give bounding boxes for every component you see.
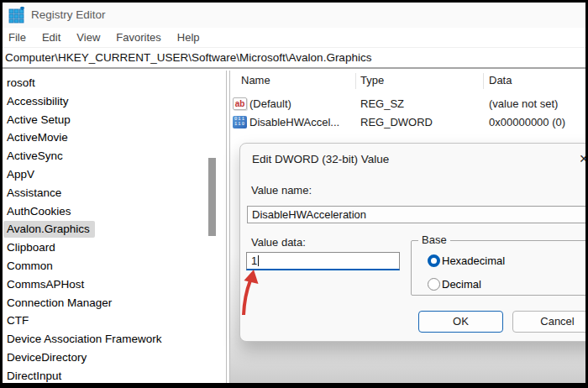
column-header-name[interactable]: Name bbox=[241, 74, 270, 87]
tree-item-label: Active Setup bbox=[5, 112, 76, 128]
tree-item-label: Common bbox=[5, 258, 58, 275]
reg-sz-string-icon: ab bbox=[233, 97, 247, 110]
value-data-cell: (value not set) bbox=[489, 97, 558, 110]
value-row-disablehwaccel[interactable]: 011 110 DisableHWAccel... REG_DWORD 0x00… bbox=[230, 113, 585, 132]
tree-item-common[interactable]: Common bbox=[3, 257, 226, 275]
radio-unselected-icon[interactable] bbox=[428, 278, 440, 291]
value-data-input[interactable]: 1 bbox=[246, 252, 400, 270]
dword-icon-digits: 110 bbox=[233, 122, 247, 127]
tree-item-label: AppV bbox=[5, 166, 39, 183]
value-name-cell: (Default) bbox=[249, 97, 291, 110]
tree-item-authcookies[interactable]: AuthCookies bbox=[3, 202, 226, 221]
column-divider[interactable] bbox=[355, 73, 356, 89]
tree-item-commsaphost[interactable]: CommsAPHost bbox=[3, 275, 226, 294]
value-type-cell: REG_SZ bbox=[360, 97, 404, 110]
menu-edit[interactable]: Edit bbox=[41, 29, 61, 45]
tree-item-clipboard[interactable]: Clipboard bbox=[3, 239, 226, 257]
menu-view[interactable]: View bbox=[76, 29, 101, 45]
hexadecimal-label: Hexadecimal bbox=[442, 254, 505, 267]
close-icon[interactable]: ✕ bbox=[575, 150, 585, 167]
tree-item-label: Accessibility bbox=[5, 93, 74, 110]
registry-grid-icon bbox=[8, 7, 25, 24]
tree-item-label: Device Association Framework bbox=[5, 331, 167, 348]
tree-item-rosoft[interactable]: rosoft bbox=[3, 74, 226, 92]
menu-bar: File Edit View Favorites Help bbox=[3, 28, 585, 48]
tree-item-label: CTF bbox=[5, 312, 34, 329]
tree-item-label: ActiveMovie bbox=[5, 129, 73, 146]
column-header-data[interactable]: Data bbox=[489, 74, 512, 87]
screenshot-frame: Registry Editor File Edit View Favorites… bbox=[0, 0, 588, 388]
text-caret bbox=[258, 255, 259, 266]
value-data-label: Value data: bbox=[251, 236, 306, 249]
list-header: Name Type Data bbox=[230, 71, 585, 92]
address-bar[interactable]: Computer\HKEY_CURRENT_USER\Software\Micr… bbox=[3, 48, 585, 69]
value-name-cell: DisableHWAccel... bbox=[249, 116, 339, 128]
tree-item-ctf[interactable]: CTF bbox=[3, 312, 226, 330]
tree-item-label: DeviceDirectory bbox=[5, 349, 92, 366]
radio-decimal[interactable]: Decimal bbox=[428, 278, 481, 291]
menu-file[interactable]: File bbox=[8, 29, 27, 45]
tree-item-label: ActiveSync bbox=[5, 148, 68, 165]
tree-item-devicedirectory[interactable]: DeviceDirectory bbox=[3, 349, 226, 367]
radio-hexadecimal[interactable]: Hexadecimal bbox=[428, 254, 505, 267]
tree-item-label: Avalon.Graphics bbox=[3, 221, 95, 238]
column-divider[interactable] bbox=[483, 73, 484, 89]
value-data-cell: 0x00000000 (0) bbox=[489, 116, 565, 128]
column-header-type[interactable]: Type bbox=[360, 74, 384, 87]
tree-scrollbar-thumb[interactable] bbox=[208, 158, 216, 236]
tree-item-active-setup[interactable]: Active Setup bbox=[3, 111, 226, 129]
decimal-label: Decimal bbox=[442, 278, 481, 291]
base-group-label: Base bbox=[418, 233, 450, 246]
registry-path[interactable]: Computer\HKEY_CURRENT_USER\Software\Micr… bbox=[3, 51, 371, 64]
value-name-field[interactable]: DisableHWAcceleration bbox=[247, 206, 585, 223]
value-row-default[interactable]: ab (Default) REG_SZ (value not set) bbox=[230, 95, 585, 113]
tree-item-directinput[interactable]: DirectInput bbox=[3, 367, 226, 383]
tree-item-connection-manager[interactable]: Connection Manager bbox=[3, 294, 226, 312]
tree-item-label: Connection Manager bbox=[5, 295, 117, 312]
value-data-text: 1 bbox=[251, 254, 257, 267]
value-type-cell: REG_DWORD bbox=[360, 116, 433, 128]
radio-selected-icon[interactable] bbox=[428, 254, 440, 267]
dialog-title: Edit DWORD (32-bit) Value bbox=[252, 153, 389, 165]
tree-item-label: AuthCookies bbox=[5, 203, 76, 220]
menu-favorites[interactable]: Favorites bbox=[115, 29, 161, 45]
ok-button[interactable]: OK bbox=[418, 311, 503, 333]
tree-item-appv[interactable]: AppV bbox=[3, 165, 226, 184]
tree-item-accessibility[interactable]: Accessibility bbox=[3, 92, 226, 111]
tree-item-activesync[interactable]: ActiveSync bbox=[3, 147, 226, 165]
menu-help[interactable]: Help bbox=[176, 29, 201, 45]
base-groupbox: Base Hexadecimal Decimal bbox=[411, 240, 585, 296]
tree-item-activemovie[interactable]: ActiveMovie bbox=[3, 128, 226, 147]
tree-item-label: Clipboard bbox=[5, 239, 60, 256]
tree-item-label: DirectInput bbox=[5, 368, 66, 383]
tree-pane: rosoftAccessibilityActive SetupActiveMov… bbox=[3, 71, 226, 383]
window-title: Registry Editor bbox=[31, 8, 106, 21]
reg-dword-binary-icon: 011 110 bbox=[233, 116, 247, 128]
tree-item-device-association-framework[interactable]: Device Association Framework bbox=[3, 330, 226, 349]
tree-item-assistance[interactable]: Assistance bbox=[3, 184, 226, 202]
title-bar: Registry Editor bbox=[3, 3, 585, 28]
tree-item-avalon-graphics[interactable]: Avalon.Graphics bbox=[3, 220, 226, 239]
tree-item-label: rosoft bbox=[5, 75, 40, 92]
edit-dword-dialog: Edit DWORD (32-bit) Value ✕ Value name: … bbox=[239, 143, 585, 342]
cancel-button[interactable]: Cancel bbox=[512, 311, 585, 333]
tree-item-label: CommsAPHost bbox=[5, 276, 89, 293]
registry-editor-window: Registry Editor File Edit View Favorites… bbox=[3, 3, 585, 383]
tree-item-label: Assistance bbox=[5, 185, 66, 202]
value-name-label: Value name: bbox=[251, 184, 312, 197]
